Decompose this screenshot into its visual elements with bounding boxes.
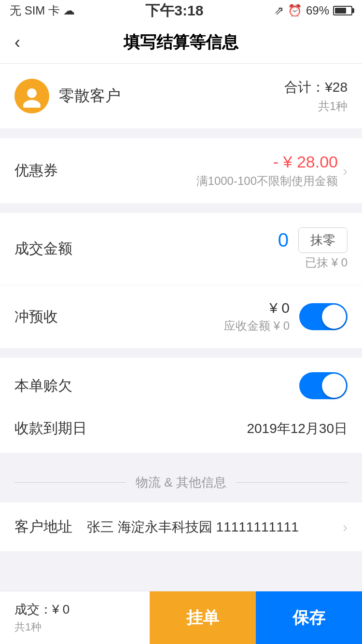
bottom-summary-count: 共1种 xyxy=(14,620,135,634)
credit-section: 本单赊欠 收款到期日 2019年12月30日 xyxy=(0,358,362,453)
back-button[interactable]: ‹ xyxy=(14,32,20,53)
transaction-sub-text: 已抹 ¥ 0 xyxy=(260,255,348,270)
status-bar: 无 SIM 卡 ☁ 下午3:18 ⇗ ⏰ 69% xyxy=(0,0,362,21)
customer-avatar xyxy=(14,79,49,113)
location-icon: ⇗ xyxy=(274,4,284,17)
battery-percent: 69% xyxy=(306,4,329,17)
nav-bar: ‹ 填写结算等信息 xyxy=(0,21,362,64)
customer-right: 合计：¥28 共1种 xyxy=(284,78,348,114)
prepayment-right: ¥ 0 应收金额 ¥ 0 xyxy=(224,300,348,334)
status-left: 无 SIM 卡 ☁ xyxy=(10,3,75,18)
coupon-row[interactable]: 优惠券 - ¥ 28.00 满1000-100不限制使用金额 › xyxy=(0,138,362,203)
customer-row: 零散客户 合计：¥28 共1种 xyxy=(0,64,362,128)
prepayment-row: 冲预收 ¥ 0 应收金额 ¥ 0 xyxy=(0,285,362,348)
hold-button[interactable]: 挂单 xyxy=(150,591,256,644)
address-section: 客户地址 张三 海淀永丰科技园 11111111111 › xyxy=(0,503,362,551)
svg-point-1 xyxy=(23,100,41,108)
due-date-label: 收款到期日 xyxy=(14,419,87,438)
credit-right xyxy=(299,372,348,399)
transaction-label: 成交金额 xyxy=(14,239,72,259)
credit-label: 本单赊欠 xyxy=(14,376,72,396)
round-zero-button[interactable]: 抹零 xyxy=(298,227,348,253)
credit-toggle-knob xyxy=(322,374,346,398)
page-title: 填写结算等信息 xyxy=(124,31,238,54)
coupon-amount: - ¥ 28.00 xyxy=(196,153,338,171)
address-row[interactable]: 客户地址 张三 海淀永丰科技园 11111111111 › xyxy=(0,503,362,551)
address-label: 客户地址 xyxy=(14,517,72,537)
customer-section: 零散客户 合计：¥28 共1种 xyxy=(0,64,362,128)
avatar-icon xyxy=(20,84,43,108)
bottom-summary: 成交：¥ 0 共1种 xyxy=(0,601,150,634)
credit-row: 本单赊欠 xyxy=(0,358,362,414)
address-value: 张三 海淀永丰科技园 11111111111 xyxy=(87,518,343,536)
coupon-chevron-icon: › xyxy=(343,163,348,179)
save-button[interactable]: 保存 xyxy=(256,591,362,644)
prepayment-toggle[interactable] xyxy=(299,303,348,330)
toggle-knob xyxy=(322,305,346,329)
content: 零散客户 合计：¥28 共1种 优惠券 - ¥ 28.00 满1000-100不… xyxy=(0,64,362,619)
customer-name: 零散客户 xyxy=(59,85,121,107)
prepayment-value: ¥ 0 xyxy=(224,300,290,316)
status-right: ⇗ ⏰ 69% xyxy=(274,4,352,17)
transaction-right: 0 抹零 已抹 ¥ 0 xyxy=(260,227,348,270)
coupon-info: - ¥ 28.00 满1000-100不限制使用金额 xyxy=(196,153,338,189)
customer-total: 合计：¥28 xyxy=(284,78,348,97)
alarm-icon: ⏰ xyxy=(288,4,302,17)
prepayment-label: 冲预收 xyxy=(14,307,58,327)
transaction-row: 成交金额 0 抹零 已抹 ¥ 0 xyxy=(0,213,362,285)
customer-count: 共1种 xyxy=(284,98,348,114)
coupon-desc: 满1000-100不限制使用金额 xyxy=(196,173,338,189)
due-date-row: 收款到期日 2019年12月30日 xyxy=(0,414,362,453)
sim-status: 无 SIM 卡 ☁ xyxy=(10,3,75,18)
prepayment-sub-text: 应收金额 ¥ 0 xyxy=(224,318,290,334)
transaction-value-col: 0 抹零 已抹 ¥ 0 xyxy=(260,227,348,270)
transaction-section: 成交金额 0 抹零 已抹 ¥ 0 冲预收 ¥ 0 应收金额 ¥ 0 xyxy=(0,213,362,348)
svg-point-0 xyxy=(27,88,37,98)
status-time: 下午3:18 xyxy=(145,1,203,21)
address-chevron-icon: › xyxy=(343,519,348,535)
due-date-value: 2019年12月30日 xyxy=(247,420,348,438)
coupon-right: - ¥ 28.00 满1000-100不限制使用金额 › xyxy=(196,153,348,189)
summary-amount: ¥ 0 xyxy=(52,602,70,616)
transaction-amount[interactable]: 0 xyxy=(260,229,289,251)
logistics-section-header: 物流 & 其他信息 xyxy=(0,462,362,503)
coupon-label: 优惠券 xyxy=(14,161,58,181)
summary-label: 成交： xyxy=(14,602,52,616)
prepayment-value-col: ¥ 0 应收金额 ¥ 0 xyxy=(224,300,290,334)
battery-icon xyxy=(333,6,352,15)
credit-toggle[interactable] xyxy=(299,372,348,399)
bottom-bar: 成交：¥ 0 共1种 挂单 保存 xyxy=(0,591,362,644)
logistics-label: 物流 & 其他信息 xyxy=(14,474,348,491)
bottom-summary-title: 成交：¥ 0 xyxy=(14,601,135,618)
customer-left: 零散客户 xyxy=(14,79,121,113)
